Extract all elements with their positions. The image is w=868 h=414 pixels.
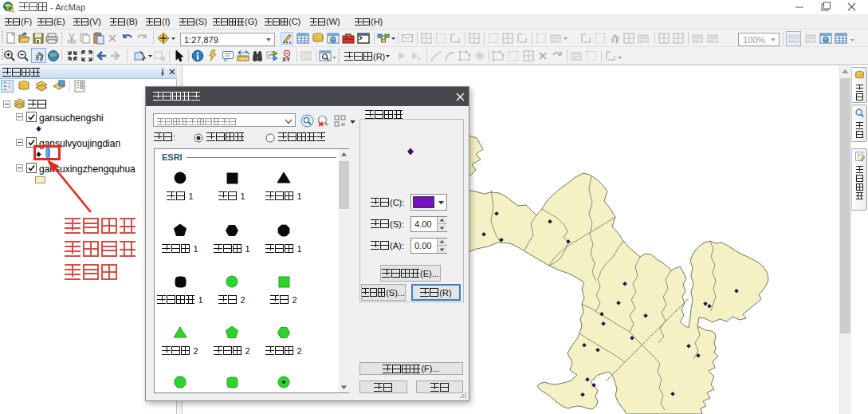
svg-text:XY: XY (282, 56, 290, 62)
